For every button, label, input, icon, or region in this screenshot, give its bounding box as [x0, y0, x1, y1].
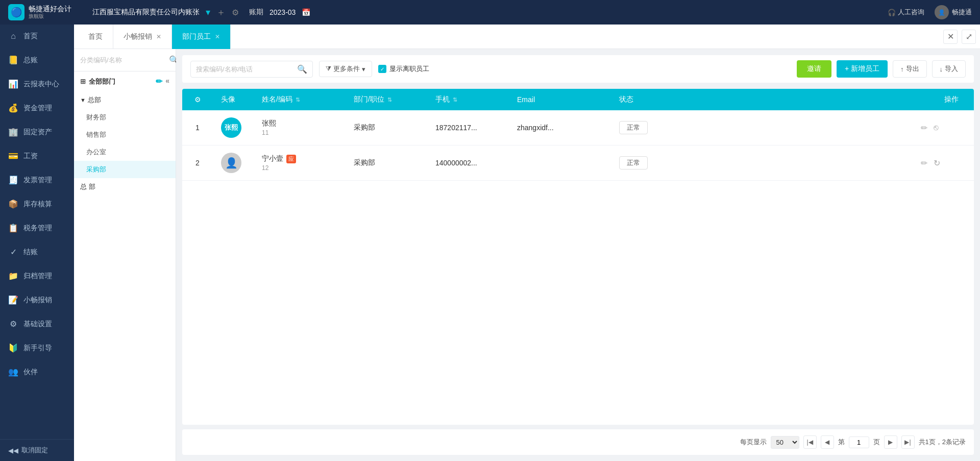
dept-label-finance: 财务部: [86, 113, 106, 122]
sidebar-item-fixed-assets[interactable]: 🏢 固定资产: [0, 120, 74, 144]
dept-item-finance[interactable]: 财务部: [74, 109, 176, 126]
sidebar-item-reports[interactable]: 📊 云报表中心: [0, 72, 74, 96]
edit-dept-icon[interactable]: ✏: [156, 77, 162, 86]
sidebar-item-invoice[interactable]: 🧾 发票管理: [0, 168, 74, 192]
row2-edit-icon[interactable]: ✏: [921, 158, 927, 168]
dropdown-icon[interactable]: ▾: [206, 7, 210, 18]
tab-xiaochang[interactable]: 小畅报销 ✕: [113, 25, 172, 49]
row2-index: 2: [182, 145, 213, 181]
sidebar-label-guide: 新手引导: [23, 344, 52, 353]
row1-edit-icon[interactable]: ✏: [921, 123, 927, 133]
sidebar-item-close[interactable]: ✓ 结账: [0, 240, 74, 264]
row2-name-cell: 宁小壹 应 12: [254, 145, 346, 181]
search-icon[interactable]: 🔍: [297, 64, 307, 74]
app-title: 畅捷通好会计: [29, 5, 71, 13]
dept-search-input[interactable]: [80, 56, 166, 64]
dept-item-sales[interactable]: 销售部: [74, 126, 176, 143]
sidebar-item-home[interactable]: ⌂ 首页: [0, 25, 74, 48]
sidebar-label-inventory: 库存核算: [23, 200, 52, 209]
th-settings[interactable]: ⚙: [182, 89, 213, 110]
employee-table: ⚙ 头像 姓名/编码 ⇅ 部门/职位 ⇅: [182, 89, 974, 181]
page-prev-btn[interactable]: ◀: [821, 435, 834, 449]
sidebar-item-archive[interactable]: 📁 归档管理: [0, 264, 74, 288]
tab-home[interactable]: 首页: [78, 25, 113, 49]
sidebar-item-expense[interactable]: 📝 小畅报销: [0, 288, 74, 312]
filter-button[interactable]: ⧩ 更多条件 ▾: [319, 61, 372, 77]
close-accounts-icon: ✓: [8, 247, 18, 257]
sidebar-label-expense: 小畅报销: [23, 296, 52, 305]
employee-search-input[interactable]: [196, 65, 294, 73]
logo-icon: 🔵: [8, 4, 24, 20]
th-actions: 操作: [913, 89, 974, 110]
settings-icon[interactable]: ⚙: [232, 8, 239, 17]
import-label: 导入: [945, 64, 958, 74]
funds-icon: 💰: [8, 103, 18, 113]
page-first-btn[interactable]: |◀: [803, 435, 817, 449]
service-btn[interactable]: 🎧 人工咨询: [888, 8, 924, 17]
employee-area: 🔍 ⧩ 更多条件 ▾ ✓ 显示离职员工 邀请: [176, 49, 980, 461]
page-next-btn[interactable]: ▶: [884, 435, 897, 449]
row2-refresh-icon[interactable]: ↻: [934, 158, 940, 168]
row1-dept: 采购部: [346, 110, 427, 145]
sidebar-label-payroll: 工资: [23, 152, 38, 161]
dept-item-general[interactable]: 总 部: [74, 178, 176, 196]
sidebar-label-close: 结账: [23, 248, 38, 257]
dept-sort-icon: ⇅: [387, 96, 392, 103]
tab-dept-employee[interactable]: 部门员工 ✕: [172, 25, 231, 49]
th-phone[interactable]: 手机 ⇅: [427, 89, 509, 110]
tab-maximize[interactable]: ⤢: [962, 30, 976, 44]
import-button[interactable]: ↓ 导入: [932, 60, 966, 78]
dept-item-office[interactable]: 办公室: [74, 143, 176, 161]
add-employee-button[interactable]: + 新增员工: [837, 60, 888, 78]
row2-dept: 采购部: [346, 145, 427, 181]
sidebar-item-ledger[interactable]: 📒 总账: [0, 48, 74, 72]
avatar-icon: 👤: [938, 9, 945, 16]
all-dept-label[interactable]: 全部部门: [89, 77, 115, 86]
headset-icon: 🎧: [888, 9, 896, 16]
row2-avatar: 👤: [221, 153, 241, 173]
sidebar-item-inventory[interactable]: 📦 库存核算: [0, 192, 74, 216]
collapse-dept-icon[interactable]: «: [165, 77, 169, 86]
sidebar-item-guide[interactable]: 🔰 新手引导: [0, 336, 74, 360]
sidebar-item-funds[interactable]: 💰 资金管理: [0, 96, 74, 120]
per-page-select[interactable]: 50 100: [771, 436, 799, 449]
page-unit: 页: [873, 438, 880, 447]
tab-xiaochang-close[interactable]: ✕: [156, 33, 161, 40]
dept-item-purchase[interactable]: 采购部: [74, 161, 176, 178]
user-area[interactable]: 👤 畅捷通: [935, 5, 972, 19]
main-layout: ⌂ 首页 📒 总账 📊 云报表中心 💰 资金管理 🏢 固定资产 💳 工资 🧾 发…: [0, 25, 980, 461]
invite-button[interactable]: 邀请: [797, 60, 831, 78]
resigned-checkbox[interactable]: ✓: [378, 65, 386, 73]
page-last-btn[interactable]: ▶|: [901, 435, 915, 449]
logo-area: 🔵 畅捷通好会计 旗舰版: [8, 4, 82, 20]
sidebar-item-settings[interactable]: ⚙ 基础设置: [0, 312, 74, 336]
add-icon[interactable]: ＋: [216, 6, 226, 18]
sidebar-item-tax[interactable]: 📋 税务管理: [0, 216, 74, 240]
th-dept[interactable]: 部门/职位 ⇅: [346, 89, 427, 110]
dept-label-headquarters-parent[interactable]: 总部: [88, 95, 101, 105]
cancel-pin-label: 取消固定: [21, 446, 48, 455]
tab-close-window[interactable]: ✕: [943, 30, 958, 44]
pagination-bar: 每页显示 50 100 |◀ ◀ 第 页 ▶ ▶| 共1页，2条记录: [182, 429, 974, 455]
row1-logout-icon[interactable]: ⎋: [934, 123, 939, 132]
th-dept-label: 部门/职位: [354, 95, 384, 103]
sidebar-item-partner[interactable]: 👥 伙伴: [0, 360, 74, 384]
show-resigned-toggle[interactable]: ✓ 显示离职员工: [378, 64, 429, 74]
cancel-pin-btn[interactable]: ◀◀ 取消固定: [0, 439, 74, 461]
partner-icon: 👥: [8, 367, 18, 377]
dept-header-icons: ✏ «: [156, 77, 169, 86]
tab-actions: ✕ ⤢: [943, 30, 976, 44]
calendar-icon[interactable]: 📅: [302, 8, 310, 16]
th-email: Email: [509, 89, 611, 110]
export-button[interactable]: ↑ 导出: [893, 60, 927, 78]
sidebar-item-payroll[interactable]: 💳 工资: [0, 144, 74, 168]
row2-name: 宁小壹: [262, 154, 283, 163]
employee-search-box[interactable]: 🔍: [190, 61, 313, 78]
pin-icon: ◀◀: [8, 447, 18, 454]
page-no-label: 第: [838, 438, 845, 447]
th-name[interactable]: 姓名/编码 ⇅: [254, 89, 346, 110]
tab-dept-employee-close[interactable]: ✕: [215, 33, 220, 40]
filter-chevron-icon: ▾: [362, 65, 365, 73]
table-row: 2 👤 宁小壹: [182, 145, 974, 181]
page-input[interactable]: [849, 436, 869, 448]
